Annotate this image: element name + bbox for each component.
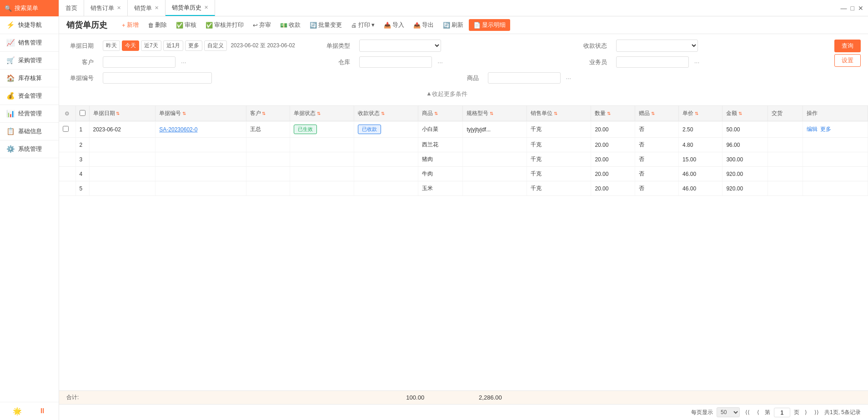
per-page-select[interactable]: 50 100 <box>717 407 740 417</box>
warehouse-ellipsis[interactable]: ··· <box>437 59 443 66</box>
tab-home[interactable]: 首页 <box>59 0 84 16</box>
customer-input[interactable] <box>103 56 176 68</box>
table-row: 3猪肉千克20.00否15.00300.00 <box>59 152 868 167</box>
doc-type-select[interactable] <box>359 40 441 52</box>
minimize-icon[interactable]: — <box>841 5 847 12</box>
warehouse-input[interactable] <box>359 56 432 68</box>
sidebar-bottom-star[interactable]: 🌟 <box>13 407 22 415</box>
yesterday-btn[interactable]: 昨天 <box>103 40 120 51</box>
tab-sales-order[interactable]: 销售订单 ✕ <box>84 0 128 16</box>
col-unit[interactable]: 销售单位 <box>527 106 591 121</box>
refresh-label: 刷新 <box>452 21 463 29</box>
tab-sales-order-close[interactable]: ✕ <box>117 5 121 11</box>
query-button[interactable]: 查询 <box>834 40 861 52</box>
tab-sales-delivery[interactable]: 销货单 ✕ <box>128 0 166 16</box>
row-gear <box>59 152 75 167</box>
footer-total-qty: 100.00 <box>406 394 424 401</box>
col-doc-date[interactable]: 单据日期 <box>89 106 156 121</box>
row-unit: 千克 <box>527 138 591 152</box>
sidebar-item-finance[interactable]: 💰 资金管理 <box>0 87 59 105</box>
row-customer <box>246 181 290 196</box>
doc-number-input[interactable] <box>103 72 212 84</box>
batch-change-button[interactable]: 🔄 批量变更 <box>306 19 346 31</box>
row-checkbox[interactable] <box>63 126 69 132</box>
pay-status-select[interactable] <box>616 40 698 52</box>
import-button[interactable]: 📥 导入 <box>380 19 408 31</box>
col-spec[interactable]: 规格型号 <box>463 106 527 121</box>
tab-sales-history-close[interactable]: ✕ <box>204 5 208 10</box>
close-icon[interactable]: ✕ <box>858 5 863 12</box>
show-detail-button[interactable]: 📄 显示明细 <box>469 19 510 31</box>
row-doc-no[interactable]: SA-20230602-0 <box>156 121 246 138</box>
col-amount[interactable]: 金额 <box>722 106 768 121</box>
tab-sales-delivery-close[interactable]: ✕ <box>155 5 159 11</box>
last-page-btn[interactable]: ⟩⟩ <box>813 408 821 416</box>
goods-ellipsis[interactable]: ··· <box>566 75 572 82</box>
salesperson-ellipsis[interactable]: ··· <box>694 59 700 66</box>
delete-button[interactable]: 🗑 删除 <box>144 19 171 31</box>
print-button[interactable]: 🖨 打印 ▾ <box>347 19 379 31</box>
export-button[interactable]: 📤 导出 <box>410 19 437 31</box>
custom-date-btn[interactable]: 自定义 <box>204 40 227 51</box>
col-qty[interactable]: 数量 <box>591 106 635 121</box>
prev-page-btn[interactable]: ⟨ <box>755 408 761 416</box>
sidebar-item-purchase-mgmt[interactable]: 🛒 采购管理 <box>0 52 59 70</box>
row-action: 编辑更多 <box>803 121 868 138</box>
set-button[interactable]: 设置 <box>834 54 861 67</box>
filter-area: 单据日期 昨天 今天 近7天 近1月 更多 自定义 2023-06-02 至 2… <box>59 34 868 106</box>
col-doc-no[interactable]: 单据编号 <box>156 106 246 121</box>
action-link[interactable]: 编辑 <box>807 126 818 132</box>
salesperson-input[interactable] <box>616 56 689 68</box>
last-month-btn[interactable]: 近1月 <box>163 40 184 51</box>
page-input[interactable] <box>774 408 790 417</box>
action-link[interactable]: 更多 <box>820 126 831 132</box>
col-gear[interactable]: ⚙ <box>59 106 75 121</box>
page-unit: 页 <box>794 409 799 416</box>
sidebar-bottom-pause[interactable]: ⏸ <box>39 407 46 415</box>
collect-button[interactable]: 💵 收款 <box>276 19 304 31</box>
col-goods[interactable]: 商品 <box>418 106 463 121</box>
col-doc-status[interactable]: 单据状态 <box>290 106 354 121</box>
ops-icon: 📊 <box>6 110 15 118</box>
sidebar-item-sales-mgmt[interactable]: 📈 销售管理 <box>0 34 59 52</box>
refresh-button[interactable]: 🔄 刷新 <box>439 19 467 31</box>
sidebar-item-inventory[interactable]: 🏠 库存核算 <box>0 70 59 87</box>
sidebar-item-sys-mgmt[interactable]: ⚙️ 系统管理 <box>0 140 59 158</box>
page-label: 第 <box>765 409 770 416</box>
col-customer[interactable]: 客户 <box>246 106 290 121</box>
sidebar-item-label: 经营管理 <box>18 110 42 118</box>
salesperson-label: 业务员 <box>580 58 607 66</box>
sidebar-item-quick-nav[interactable]: ⚡ 快捷导航 <box>0 16 59 34</box>
audit-button[interactable]: ✅ 审核 <box>172 19 200 31</box>
sidebar-item-label: 销售管理 <box>18 39 42 47</box>
select-all-checkbox[interactable] <box>80 110 85 116</box>
row-doc-no <box>156 181 246 196</box>
row-doc-date <box>89 138 156 152</box>
maximize-icon[interactable]: □ <box>851 5 854 12</box>
audit-print-button[interactable]: ✅ 审核并打印 <box>202 19 247 31</box>
col-gift[interactable]: 赠品 <box>635 106 678 121</box>
customer-ellipsis[interactable]: ··· <box>181 59 186 66</box>
more-date-btn[interactable]: 更多 <box>185 40 202 51</box>
new-button[interactable]: + 新增 <box>118 19 142 31</box>
goods-group: ··· <box>488 72 828 84</box>
sidebar-item-base-info[interactable]: 📋 基础信息 <box>0 123 59 140</box>
next-page-btn[interactable]: ⟩ <box>803 408 809 416</box>
abandon-button[interactable]: ↩ 弃审 <box>249 19 275 31</box>
col-trade: 交货 <box>768 106 803 121</box>
sidebar-search[interactable]: 🔍 搜索菜单 <box>0 0 59 16</box>
batch-change-icon: 🔄 <box>310 22 317 29</box>
row-gear <box>59 138 75 152</box>
doc-no-link[interactable]: SA-20230602-0 <box>159 126 197 133</box>
collapse-row[interactable]: ▲ 收起更多条件 <box>66 88 827 100</box>
sidebar-bottom: 🌟 ⏸ <box>0 402 59 420</box>
today-btn[interactable]: 今天 <box>122 40 139 51</box>
col-pay-status[interactable]: 收款状态 <box>354 106 418 121</box>
row-customer: 王总 <box>246 121 290 138</box>
tab-sales-history[interactable]: 销货单历史 ✕ <box>166 0 215 16</box>
last7-btn[interactable]: 近7天 <box>141 40 161 51</box>
col-unit-price[interactable]: 单价 <box>679 106 722 121</box>
goods-input[interactable] <box>488 72 561 84</box>
first-page-btn[interactable]: ⟨⟨ <box>743 408 752 416</box>
sidebar-item-ops[interactable]: 📊 经营管理 <box>0 105 59 123</box>
